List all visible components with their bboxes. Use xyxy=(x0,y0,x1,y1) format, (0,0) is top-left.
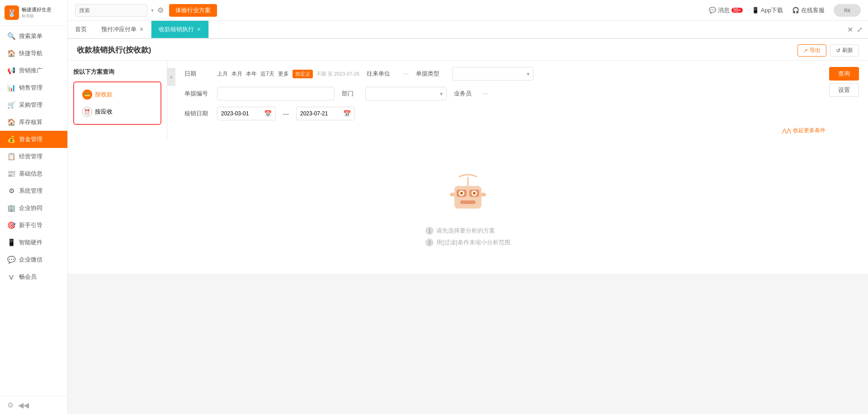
svg-rect-3 xyxy=(460,200,476,204)
query-button[interactable]: 查询 xyxy=(829,67,859,81)
refresh-icon: ↺ xyxy=(836,48,840,54)
salesperson-picker[interactable]: ··· xyxy=(482,90,488,98)
refresh-button[interactable]: ↺ 刷新 xyxy=(830,44,859,57)
shortcut-last-month[interactable]: 上月 xyxy=(217,70,228,78)
settings-button[interactable]: 设置 xyxy=(829,83,859,97)
sidebar-item-quick-nav[interactable]: 🏠 快捷导航 xyxy=(0,45,67,62)
quick-nav-icon: 🏠 xyxy=(7,49,15,57)
sidebar-item-guide[interactable]: 🎯 新手引导 xyxy=(0,217,67,234)
sidebar-item-enterprise[interactable]: 🏢 企业协同 xyxy=(0,200,67,217)
sidebar-item-funds[interactable]: 💰 资金管理 xyxy=(0,131,67,148)
svg-point-8 xyxy=(460,192,463,195)
verify-date-end[interactable]: 2023-07-21 📅 xyxy=(296,107,355,120)
top-header: ▾ ⚙ 体验行业方案 💬 消息 99+ 📱 App下载 🎧 在线客服 Rit xyxy=(68,0,868,21)
tab-home[interactable]: 首页 xyxy=(68,21,94,38)
settings-footer-icon[interactable]: ⚙ xyxy=(7,401,14,409)
message-badge: 99+ xyxy=(731,8,743,13)
shortcut-this-year[interactable]: 本年 xyxy=(246,70,257,78)
tab-actions: ✕ ⤢ xyxy=(842,21,868,38)
tab-prepay-close[interactable]: ✕ xyxy=(139,26,144,33)
tab-expand-icon[interactable]: ⤢ xyxy=(857,25,863,34)
sidebar-item-basic-info[interactable]: 📰 基础信息 xyxy=(0,165,67,182)
tab-prepay-label: 预付冲应付单 xyxy=(101,25,137,33)
service-icon: 🎧 xyxy=(792,7,799,14)
sidebar-item-label: 销售管理 xyxy=(19,84,42,92)
verify-date-start[interactable]: 2023-03-01 📅 xyxy=(217,107,276,120)
sidebar-item-search-menu[interactable]: 🔍 搜索菜单 xyxy=(0,28,67,45)
hint-text-1: 请先选择要分析的方案 xyxy=(436,227,495,235)
sidebar-item-label: 资金管理 xyxy=(19,135,42,143)
calendar-start-icon: 📅 xyxy=(264,110,272,117)
tab-prepay[interactable]: 预付冲应付单 ✕ xyxy=(94,21,151,38)
message-label: 消息 xyxy=(718,6,730,14)
receipt-icon: 💳 xyxy=(82,90,92,100)
calendar-end-icon: 📅 xyxy=(343,110,351,117)
sidebar-item-marketing[interactable]: 📢 营销推广 xyxy=(0,62,67,79)
sidebar-item-inventory[interactable]: 🏠 库存核算 xyxy=(0,114,67,131)
sidebar-item-hardware[interactable]: 📱 智能硬件 xyxy=(0,234,67,251)
tab-bar: 首页 预付冲应付单 ✕ 收款核销执行 ✕ ✕ ⤢ xyxy=(68,21,868,39)
tab-close-all-icon[interactable]: ✕ xyxy=(847,25,853,34)
bill-type-label: 单据类型 xyxy=(416,70,445,78)
dept-select[interactable] xyxy=(365,87,447,100)
enterprise-icon: 🏢 xyxy=(7,204,15,212)
filter-options-box: 💳 按收款 ⏰ 按应收 xyxy=(73,81,161,125)
empty-hint-1: 1 请先选择要分析的方案 xyxy=(425,227,510,235)
sidebar-item-label: 经营管理 xyxy=(19,152,42,161)
custom-date-badge[interactable]: 自定义 xyxy=(292,70,313,78)
collapse-filter-button[interactable]: « xyxy=(167,68,175,86)
shortcut-7days[interactable]: 近7天 xyxy=(260,70,274,78)
filter-left-panel: 按以下方案查询 💳 按收款 ⏰ 按应收 xyxy=(68,61,167,141)
sidebar-item-operations[interactable]: 📋 经营管理 xyxy=(0,148,67,165)
sidebar-item-member[interactable]: V 畅会员 xyxy=(0,268,67,286)
svg-rect-5 xyxy=(481,193,486,196)
svg-rect-4 xyxy=(450,193,455,196)
online-service-button[interactable]: 🎧 在线客服 xyxy=(792,6,825,14)
header-gear-icon[interactable]: ⚙ xyxy=(157,6,164,14)
filter-by-receipt-label: 按收款 xyxy=(95,90,113,99)
counterparty-picker[interactable]: ··· xyxy=(403,70,409,78)
filter-row-1: 日期 上月 本月 本年 近7天 更多 自定义 不限 至 2023-07-26 往… xyxy=(184,67,826,81)
messages-button[interactable]: 💬 消息 99+ xyxy=(709,6,743,14)
filter-by-receipt[interactable]: 💳 按收款 xyxy=(78,86,157,103)
empty-state: 1 请先选择要分析的方案 2 用[过滤]条件来缩小分析范围 xyxy=(68,141,868,274)
sidebar-item-label: 库存核算 xyxy=(19,118,42,126)
verify-end-text: 2023-07-21 xyxy=(300,110,328,117)
collapse-more-button[interactable]: ⋀⋀ 收起更多条件 xyxy=(184,127,826,134)
header-chevron-icon[interactable]: ▾ xyxy=(151,7,154,14)
sidebar-item-purchase[interactable]: 🛒 采购管理 xyxy=(0,96,67,114)
empty-text-area: 1 请先选择要分析的方案 2 用[过滤]条件来缩小分析范围 xyxy=(425,227,510,247)
date-hint: 不限 至 2023-07-26 xyxy=(316,71,359,77)
tab-receipt-close[interactable]: ✕ xyxy=(197,26,201,33)
page-content: 收款核销执行(按收款) ↗ 导出 ↺ 刷新 按以下方案查询 💳 xyxy=(68,39,868,414)
shortcut-this-month[interactable]: 本月 xyxy=(231,70,242,78)
bill-no-input[interactable] xyxy=(217,87,335,100)
collapse-sidebar-icon[interactable]: ◀◀ xyxy=(18,401,29,409)
query-btn-group: 查询 设置 xyxy=(829,67,859,97)
hint-num-1: 1 xyxy=(425,227,434,235)
sidebar-footer: ⚙ ◀◀ xyxy=(0,396,67,414)
app-download-button[interactable]: 📱 App下载 xyxy=(752,6,783,14)
sidebar-item-label: 快捷导航 xyxy=(19,49,42,57)
export-icon: ↗ xyxy=(803,48,808,54)
sidebar-item-system[interactable]: ⚙ 系统管理 xyxy=(0,182,67,200)
empty-illustration xyxy=(443,168,493,218)
operations-icon: 📋 xyxy=(7,152,15,161)
solution-button[interactable]: 体验行业方案 xyxy=(169,4,217,17)
header-search-input[interactable] xyxy=(75,4,147,17)
export-button[interactable]: ↗ 导出 xyxy=(797,44,826,57)
svg-rect-0 xyxy=(454,186,481,209)
sidebar-item-sales[interactable]: 📊 销售管理 xyxy=(0,79,67,96)
sidebar-item-label: 新手引导 xyxy=(19,221,42,229)
filter-by-receivable[interactable]: ⏰ 按应收 xyxy=(78,103,157,120)
user-avatar[interactable]: Rit xyxy=(834,4,861,17)
basic-info-icon: 📰 xyxy=(7,170,15,178)
sidebar-item-label: 采购管理 xyxy=(19,101,42,109)
sidebar-item-wechat[interactable]: 💬 企业微信 xyxy=(0,251,67,268)
guide-icon: 🎯 xyxy=(7,221,15,229)
shortcut-more[interactable]: 更多 xyxy=(278,70,289,78)
date-label: 日期 xyxy=(184,70,210,78)
bill-type-select[interactable] xyxy=(452,67,533,81)
tab-receipt-verify[interactable]: 收款核销执行 ✕ xyxy=(151,21,209,38)
app-logo: 🐰 畅捷通好生意 标准版 xyxy=(0,0,67,26)
